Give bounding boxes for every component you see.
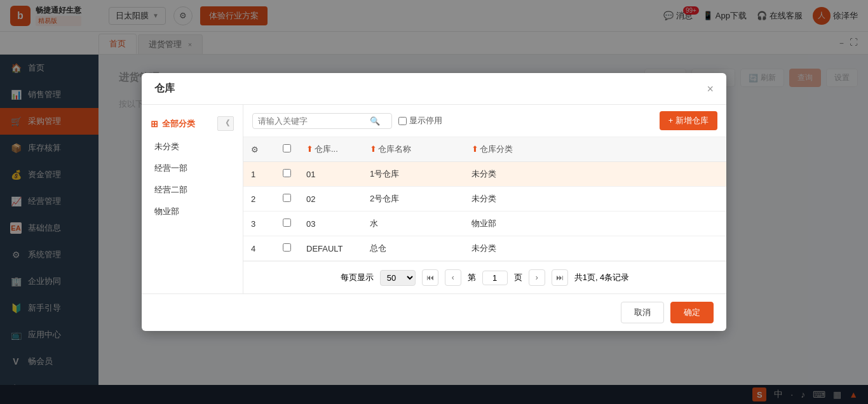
category-item-dept1[interactable]: 经营一部 [142,158,243,179]
col-name[interactable]: ⬆仓库名称 [362,137,464,162]
table-row[interactable]: 4 DEFAULT 总仓 未分类 [243,236,726,261]
search-icon[interactable]: 🔍 [370,116,380,126]
cell-num: 3 [243,212,275,236]
per-page-select[interactable]: 50 20 100 [380,270,416,286]
cell-num: 4 [243,236,275,261]
modal-title: 仓库 [154,82,175,95]
cell-checkbox[interactable] [275,187,299,212]
sort-icon-cat: ⬆ [471,144,478,154]
data-table: ⚙ ⬆仓库... ⬆仓库名称 ⬆仓库分类 [243,137,726,261]
per-page-label: 每页显示 [341,272,374,283]
cell-checkbox[interactable] [275,236,299,261]
category-panel: ⊞ 全部分类 《 未分类 经营一部 经营二部 物业部 [142,105,243,293]
cell-name: 水 [362,212,464,236]
cell-num: 2 [243,187,275,212]
cell-checkbox[interactable] [275,162,299,187]
add-warehouse-button[interactable]: + 新增仓库 [660,111,717,130]
grid-icon: ⊞ [151,119,158,129]
show-disabled-checkbox[interactable] [398,117,407,125]
page-label: 第 [468,272,476,283]
cell-num: 1 [243,162,275,187]
table-body: 1 01 1号仓库 未分类 2 02 2号仓库 未分类 [243,162,726,261]
cell-category: 未分类 [464,236,726,261]
cell-category: 未分类 [464,162,726,187]
first-page-button[interactable]: ⏮ [422,269,438,286]
col-code[interactable]: ⬆仓库... [299,137,362,162]
sort-icon-name: ⬆ [370,144,377,154]
prev-page-button[interactable]: ‹ [445,269,461,286]
modal-body: ⊞ 全部分类 《 未分类 经营一部 经营二部 物业部 🔍 显示停用 + 新增仓库 [142,105,726,293]
all-categories-item[interactable]: ⊞ 全部分类 《 [142,111,243,136]
cell-code: 02 [299,187,362,212]
cell-code: 01 [299,162,362,187]
sort-icon: ⬆ [306,144,313,154]
pagination: 每页显示 50 20 100 ⏮ ‹ 第 页 › ⏭ 共1页, 4条记录 [243,261,726,293]
select-all-checkbox[interactable] [283,144,291,152]
table-row[interactable]: 1 01 1号仓库 未分类 [243,162,726,187]
collapse-button[interactable]: 《 [217,116,234,131]
confirm-button[interactable]: 确定 [670,302,714,323]
cell-name: 总仓 [362,236,464,261]
cancel-button[interactable]: 取消 [621,302,664,323]
all-categories-label: 全部分类 [162,118,195,130]
modal-close-button[interactable]: × [707,83,714,95]
cell-name: 2号仓库 [362,187,464,212]
category-item-uncategorized[interactable]: 未分类 [142,136,243,158]
total-info: 共1页, 4条记录 [574,272,630,283]
warehouse-modal: 仓库 × ⊞ 全部分类 《 未分类 经营一部 经营二部 物业部 🔍 [142,73,726,331]
cell-code: 03 [299,212,362,236]
category-item-dept2[interactable]: 经营二部 [142,179,243,201]
cell-category: 未分类 [464,187,726,212]
search-input[interactable] [258,116,366,126]
cell-category: 物业部 [464,212,726,236]
warehouse-table: ⚙ ⬆仓库... ⬆仓库名称 ⬆仓库分类 [243,137,726,261]
main-panel: 🔍 显示停用 + 新增仓库 ⚙ ⬆仓库... [243,105,726,293]
category-item-property[interactable]: 物业部 [142,201,243,222]
col-gear: ⚙ [243,137,275,162]
next-page-button[interactable]: › [529,269,545,286]
table-head: ⚙ ⬆仓库... ⬆仓库名称 ⬆仓库分类 [243,137,726,162]
search-box[interactable]: 🔍 [252,113,392,129]
modal-header: 仓库 × [142,73,726,105]
page-input[interactable] [482,271,508,285]
table-row[interactable]: 2 02 2号仓库 未分类 [243,187,726,212]
show-disabled-label[interactable]: 显示停用 [398,115,442,126]
col-checkbox [275,137,299,162]
table-row[interactable]: 3 03 水 物业部 [243,212,726,236]
panel-toolbar: 🔍 显示停用 + 新增仓库 [243,105,726,137]
modal-footer: 取消 确定 [142,293,726,331]
cell-checkbox[interactable] [275,212,299,236]
cell-code: DEFAULT [299,236,362,261]
last-page-button[interactable]: ⏭ [552,269,568,286]
cell-name: 1号仓库 [362,162,464,187]
page-end-label: 页 [514,272,522,283]
col-category[interactable]: ⬆仓库分类 [464,137,726,162]
